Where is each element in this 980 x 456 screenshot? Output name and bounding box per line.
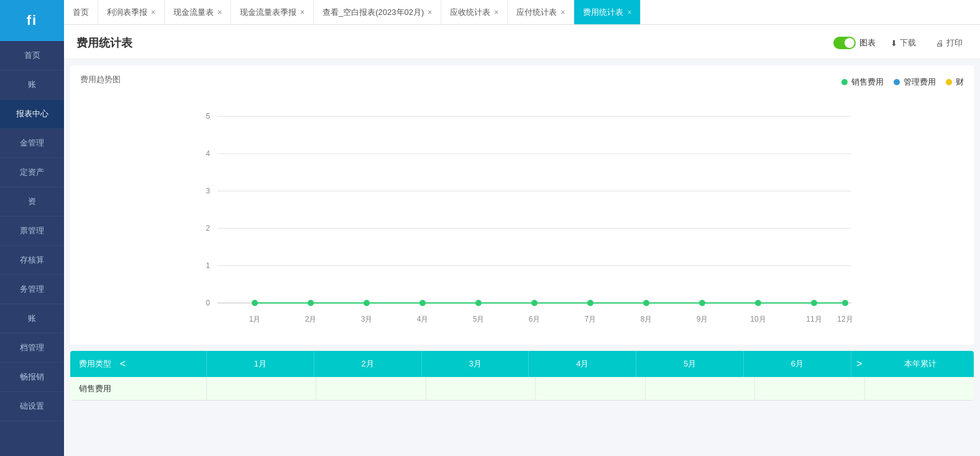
close-tab-receivable[interactable]: × — [494, 8, 498, 17]
tab-receivable[interactable]: 应收统计表 × — [441, 0, 508, 24]
sidebar-item-service[interactable]: 务管理 — [0, 275, 64, 304]
table-row-sales: 销售费用 — [70, 377, 974, 401]
close-tab-blank-report[interactable]: × — [428, 8, 432, 17]
header-actions: 图表 ⬇ 下载 🖨 打印 — [833, 35, 968, 51]
nav-prev-arrow[interactable]: < — [116, 358, 129, 370]
svg-text:10月: 10月 — [750, 315, 766, 323]
td-sales-m4 — [536, 377, 645, 400]
sidebar-item-cash[interactable]: 金管理 — [0, 129, 64, 158]
sidebar-item-ledger[interactable]: 账 — [0, 304, 64, 333]
td-sales-m6 — [755, 377, 864, 400]
legend-dot-sales — [841, 79, 848, 85]
close-tab-expense-stats[interactable]: × — [627, 8, 631, 17]
legend-management: 管理费用 — [894, 77, 936, 88]
svg-text:6月: 6月 — [529, 315, 541, 323]
download-label: 下载 — [900, 37, 916, 49]
chart-toggle[interactable] — [833, 37, 856, 49]
td-sales-m1 — [207, 377, 316, 400]
chart-dot-oct — [755, 300, 761, 306]
svg-text:8月: 8月 — [641, 315, 653, 323]
legend-finance: 财 — [946, 77, 964, 88]
sidebar-item-assets[interactable]: 定资产 — [0, 158, 64, 187]
svg-text:2月: 2月 — [305, 315, 317, 323]
print-icon: 🖨 — [936, 39, 944, 48]
svg-text:5月: 5月 — [473, 315, 485, 323]
tab-payable[interactable]: 应付统计表 × — [508, 0, 574, 24]
expense-table: 费用类型 < 1月 2月 3月 4月 5月 6月 > 本年累计 销售费用 — [70, 351, 974, 401]
svg-text:1: 1 — [206, 261, 210, 270]
tab-cashflow-quarterly[interactable]: 现金流量表季报 × — [231, 0, 314, 24]
sidebar-item-inventory[interactable]: 存核算 — [0, 246, 64, 275]
th-month-1: 1月 — [207, 351, 314, 377]
sidebar-item-account[interactable]: 账 — [0, 70, 64, 100]
td-sales-m2 — [316, 377, 426, 400]
chart-toggle-label: 图表 — [859, 37, 876, 49]
close-tab-profit-quarterly[interactable]: × — [151, 8, 155, 17]
chart-dot-sep — [699, 300, 705, 306]
chart-dot-dec — [842, 300, 848, 306]
chart-svg-container: 5 4 3 2 1 0 — [80, 91, 964, 336]
chart-dot-jun — [531, 300, 538, 306]
legend-label-sales: 销售费用 — [851, 77, 884, 88]
td-sales-total — [865, 377, 974, 400]
trend-chart: 5 4 3 2 1 0 — [80, 91, 964, 334]
svg-text:9月: 9月 — [697, 315, 708, 323]
sidebar: fi 首页 账 报表中心 金管理 定资产 资 票管理 存核算 务管理 账 档管理… — [0, 0, 64, 456]
sidebar-item-capital[interactable]: 资 — [0, 187, 64, 216]
svg-text:1月: 1月 — [249, 315, 261, 323]
svg-text:4月: 4月 — [417, 315, 429, 323]
svg-text:3: 3 — [206, 187, 210, 195]
td-sales-m3 — [426, 377, 536, 400]
th-month-4: 4月 — [529, 351, 636, 377]
tabs-bar: 首页 利润表季报 × 现金流量表 × 现金流量表季报 × 查看_空白报表(202… — [64, 0, 980, 25]
tab-expense-stats[interactable]: 费用统计表 × — [574, 0, 641, 24]
download-button[interactable]: ⬇ 下载 — [886, 35, 921, 51]
legend-label-finance: 财 — [956, 77, 964, 88]
th-expense-type: 费用类型 < — [70, 351, 207, 377]
close-tab-cashflow-quarterly[interactable]: × — [300, 8, 305, 17]
sidebar-item-invoice[interactable]: 票管理 — [0, 216, 64, 246]
sidebar-item-settings[interactable]: 础设置 — [0, 392, 64, 421]
chart-dot-nov — [811, 300, 817, 306]
chart-legend: 销售费用 管理费用 财 — [841, 74, 964, 88]
sidebar-logo: fi — [0, 0, 64, 41]
legend-dot-management — [894, 79, 900, 85]
download-icon: ⬇ — [891, 39, 897, 48]
close-tab-cashflow[interactable]: × — [218, 8, 222, 17]
th-total: 本年累计 — [867, 351, 974, 377]
legend-sales: 销售费用 — [841, 77, 884, 88]
tab-profit-quarterly[interactable]: 利润表季报 × — [98, 0, 165, 24]
chart-dot-mar — [364, 300, 370, 306]
sidebar-item-expense[interactable]: 畅报销 — [0, 363, 64, 392]
svg-text:7月: 7月 — [585, 315, 597, 323]
table-header-row: 费用类型 < 1月 2月 3月 4月 5月 6月 > 本年累计 — [70, 351, 974, 377]
chart-dot-may — [475, 300, 482, 306]
page-content: 费用统计表 图表 ⬇ 下载 🖨 打印 费用趋势图 — [64, 25, 980, 456]
chart-dot-aug — [643, 300, 649, 306]
tab-cashflow[interactable]: 现金流量表 × — [165, 0, 231, 24]
chart-dot-feb — [308, 300, 314, 306]
th-month-5: 5月 — [636, 351, 744, 377]
th-month-6: 6月 — [744, 351, 851, 377]
chart-toggle-wrap: 图表 — [833, 37, 876, 49]
svg-text:0: 0 — [206, 299, 210, 307]
svg-text:12月: 12月 — [837, 315, 853, 323]
tab-home[interactable]: 首页 — [64, 0, 98, 24]
legend-dot-finance — [946, 79, 952, 85]
nav-next-arrow[interactable]: > — [851, 351, 867, 377]
print-button[interactable]: 🖨 打印 — [931, 35, 968, 51]
svg-text:4: 4 — [206, 149, 210, 158]
main-area: 首页 利润表季报 × 现金流量表 × 现金流量表季报 × 查看_空白报表(202… — [64, 0, 980, 456]
close-tab-payable[interactable]: × — [561, 8, 565, 17]
svg-text:11月: 11月 — [806, 315, 822, 323]
legend-label-management: 管理费用 — [904, 77, 936, 88]
print-label: 打印 — [946, 37, 963, 49]
page-header: 费用统计表 图表 ⬇ 下载 🖨 打印 — [64, 25, 980, 59]
chart-title: 费用趋势图 — [80, 74, 121, 85]
sidebar-item-archive[interactable]: 档管理 — [0, 333, 64, 363]
td-sales-m5 — [646, 377, 755, 400]
sidebar-item-reports[interactable]: 报表中心 — [0, 100, 64, 129]
tab-blank-report[interactable]: 查看_空白报表(2023年02月) × — [314, 0, 441, 24]
th-month-3: 3月 — [422, 351, 529, 377]
sidebar-item-home[interactable]: 首页 — [0, 41, 64, 70]
